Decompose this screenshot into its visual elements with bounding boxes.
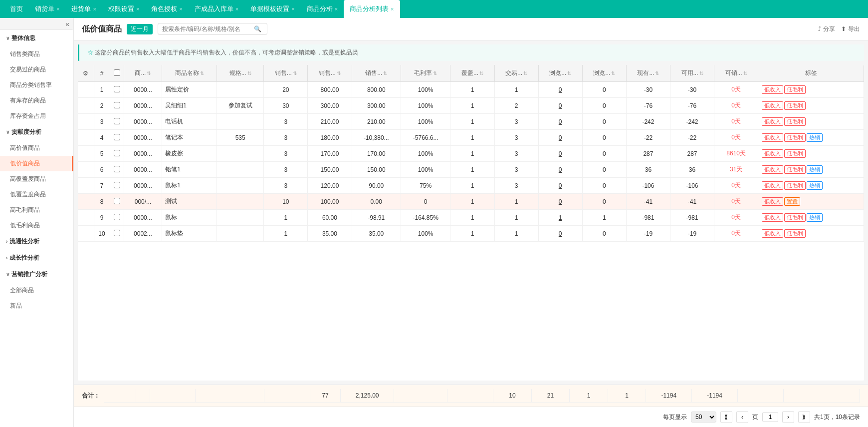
- sidebar-group-growth[interactable]: › 成长性分析: [0, 250, 73, 266]
- nav-home[interactable]: 首页: [4, 0, 29, 18]
- row-browse1[interactable]: 0: [538, 82, 582, 98]
- row-select-checkbox[interactable]: [114, 86, 120, 92]
- row-select-checkbox[interactable]: [114, 118, 120, 124]
- row-select-checkbox[interactable]: [114, 166, 120, 172]
- row-gear[interactable]: [78, 178, 94, 194]
- column-sales-qty[interactable]: 销售...⇅: [264, 65, 308, 82]
- close-icon[interactable]: ×: [56, 6, 59, 12]
- row-select-checkbox[interactable]: [114, 198, 120, 204]
- column-browse1[interactable]: 浏览...⇅: [538, 65, 582, 82]
- nav-analysis-list[interactable]: 商品分析列表 ×: [344, 0, 400, 18]
- row-gear[interactable]: [78, 114, 94, 130]
- sidebar-collapse-btn[interactable]: «: [0, 18, 73, 30]
- share-btn[interactable]: ⤴ 分享: [818, 25, 835, 33]
- sidebar-item-high-coverage[interactable]: 高覆盖度商品: [0, 171, 73, 187]
- row-gear[interactable]: [78, 194, 94, 210]
- row-checkbox[interactable]: [110, 226, 124, 242]
- sidebar-group-marketing[interactable]: ∨ 营销推广分析: [0, 266, 73, 283]
- column-spec[interactable]: 规格...⇅: [217, 65, 264, 82]
- row-checkbox[interactable]: [110, 98, 124, 114]
- nav-purchase[interactable]: 进货单 ×: [65, 0, 102, 18]
- next-page-btn[interactable]: ›: [782, 411, 794, 423]
- filter-recent-month-btn[interactable]: 近一月: [127, 24, 153, 34]
- column-sellable[interactable]: 可销...⇅: [714, 65, 758, 82]
- column-code[interactable]: 商...⇅: [124, 65, 162, 82]
- sidebar-item-traded-goods[interactable]: 交易过的商品: [0, 62, 73, 77]
- search-input[interactable]: [162, 25, 252, 32]
- sidebar-item-new-goods[interactable]: 新品: [0, 298, 73, 314]
- sidebar-item-stocked-goods[interactable]: 有库存的商品: [0, 93, 73, 108]
- search-icon[interactable]: 🔍: [254, 25, 261, 32]
- column-checkbox[interactable]: [110, 65, 124, 82]
- row-browse1[interactable]: 0: [538, 226, 582, 242]
- column-trade[interactable]: 交易...⇅: [494, 65, 538, 82]
- row-browse1[interactable]: 0: [538, 130, 582, 146]
- row-browse1[interactable]: 0: [538, 146, 582, 162]
- close-icon[interactable]: ×: [136, 6, 139, 12]
- first-page-btn[interactable]: ⟪: [720, 411, 732, 423]
- row-browse1[interactable]: 0: [538, 114, 582, 130]
- sidebar-item-all-goods[interactable]: 全部商品: [0, 283, 73, 298]
- nav-finished-goods[interactable]: 产成品入库单 ×: [189, 0, 244, 18]
- sidebar-group-overall[interactable]: ∨ 整体信息: [0, 30, 73, 46]
- sidebar-group-contribution[interactable]: ∨ 贡献度分析: [0, 124, 73, 140]
- nav-sales[interactable]: 销货单 ×: [29, 0, 65, 18]
- column-stock[interactable]: 现有...⇅: [626, 65, 670, 82]
- row-gear[interactable]: [78, 162, 94, 178]
- sidebar-group-circulation[interactable]: › 流通性分析: [0, 233, 73, 250]
- column-name[interactable]: 商品名称⇅: [162, 65, 217, 82]
- close-icon[interactable]: ×: [93, 6, 96, 12]
- row-browse1[interactable]: 0: [538, 162, 582, 178]
- select-all-checkbox[interactable]: [114, 69, 120, 76]
- column-cover[interactable]: 覆盖...⇅: [450, 65, 494, 82]
- row-checkbox[interactable]: [110, 114, 124, 130]
- column-settings[interactable]: ⚙: [78, 65, 94, 82]
- sidebar-item-category-rate[interactable]: 商品分类销售率: [0, 77, 73, 93]
- row-gear[interactable]: [78, 98, 94, 114]
- close-icon[interactable]: ×: [391, 6, 394, 12]
- row-select-checkbox[interactable]: [114, 134, 120, 140]
- page-number-input[interactable]: [762, 412, 778, 422]
- row-gear[interactable]: [78, 210, 94, 226]
- row-select-checkbox[interactable]: [114, 230, 120, 236]
- row-checkbox[interactable]: [110, 146, 124, 162]
- sidebar-item-low-value[interactable]: 低价值商品: [0, 156, 73, 171]
- sidebar-item-inventory-funds[interactable]: 库存资金占用: [0, 108, 73, 124]
- row-browse1[interactable]: 1: [538, 210, 582, 226]
- row-checkbox[interactable]: [110, 162, 124, 178]
- row-gear[interactable]: [78, 226, 94, 242]
- row-checkbox[interactable]: [110, 82, 124, 98]
- close-icon[interactable]: ×: [291, 6, 294, 12]
- row-checkbox[interactable]: [110, 178, 124, 194]
- column-sales-price[interactable]: 销售...⇅: [308, 65, 352, 82]
- row-gear[interactable]: [78, 146, 94, 162]
- row-select-checkbox[interactable]: [114, 150, 120, 156]
- close-icon[interactable]: ×: [179, 6, 182, 12]
- prev-page-btn[interactable]: ‹: [736, 411, 748, 423]
- column-available[interactable]: 可用...⇅: [670, 65, 714, 82]
- column-browse2[interactable]: 浏览...⇅: [582, 65, 626, 82]
- sidebar-item-low-coverage[interactable]: 低覆盖度商品: [0, 187, 73, 202]
- sidebar-item-high-margin[interactable]: 高毛利商品: [0, 202, 73, 218]
- sidebar-item-sales-goods[interactable]: 销售类商品: [0, 46, 73, 62]
- row-checkbox[interactable]: [110, 130, 124, 146]
- sidebar-item-low-margin[interactable]: 低毛利商品: [0, 218, 73, 233]
- nav-analysis[interactable]: 商品分析 ×: [301, 0, 344, 18]
- nav-roles[interactable]: 角色授权 ×: [145, 0, 188, 18]
- close-icon[interactable]: ×: [335, 6, 338, 12]
- row-checkbox[interactable]: [110, 210, 124, 226]
- nav-template[interactable]: 单据模板设置 ×: [244, 0, 300, 18]
- close-icon[interactable]: ×: [235, 6, 238, 12]
- row-gear[interactable]: [78, 82, 94, 98]
- column-gross-rate[interactable]: 毛利率⇅: [401, 65, 450, 82]
- per-page-select[interactable]: 50 100 200: [691, 412, 716, 423]
- row-gear[interactable]: [78, 130, 94, 146]
- last-page-btn[interactable]: ⟫: [798, 411, 810, 423]
- row-select-checkbox[interactable]: [114, 102, 120, 108]
- row-select-checkbox[interactable]: [114, 182, 120, 188]
- row-checkbox[interactable]: [110, 194, 124, 210]
- nav-permissions[interactable]: 权限设置 ×: [102, 0, 145, 18]
- sidebar-item-high-value[interactable]: 高价值商品: [0, 140, 73, 156]
- row-select-checkbox[interactable]: [114, 214, 120, 220]
- row-browse1[interactable]: 0: [538, 194, 582, 210]
